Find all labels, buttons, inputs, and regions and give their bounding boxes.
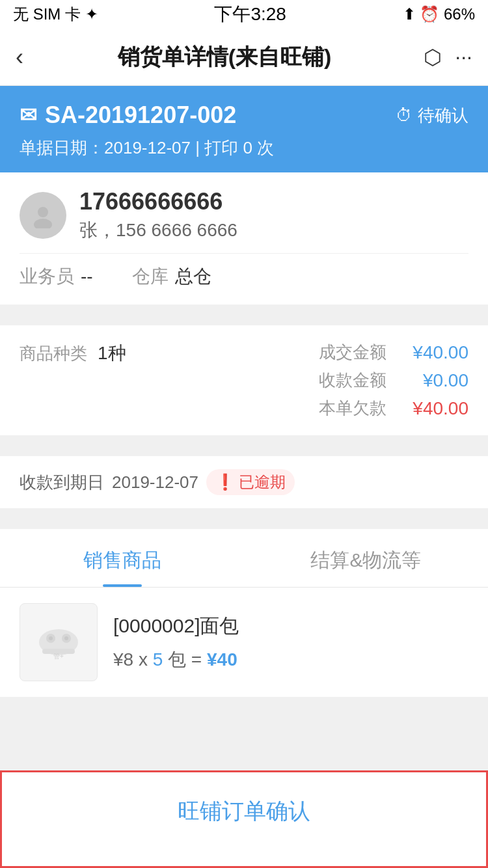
category-label: 商品种类 (20, 342, 87, 365)
divider-3 (0, 519, 488, 529)
price-qty: 5 (153, 649, 163, 670)
order-header-top: ✉ SA-20191207-002 ⏱ 待确认 (20, 102, 468, 129)
status-clock-icon: ⏱ (396, 105, 413, 126)
svg-point-6 (64, 636, 68, 640)
tab-settlement[interactable]: 结算&物流等 (244, 529, 488, 587)
tab-settlement-label: 结算&物流等 (310, 549, 421, 571)
tabs-header: 销售商品 结算&物流等 (0, 529, 488, 588)
summary-section: 商品种类 1种 成交金额 ¥40.00 收款金额 ¥0.00 本单欠款 ¥40.… (0, 325, 488, 435)
status-right: ⬆ ⏰ 66% (403, 5, 475, 23)
product-image: 管+ (20, 603, 98, 681)
confirm-button-wrapper: 旺铺订单确认 (0, 770, 488, 868)
svg-point-0 (38, 207, 48, 217)
divider-2 (0, 446, 488, 456)
svg-point-1 (34, 219, 52, 228)
order-date-label: 单据日期： (20, 138, 104, 157)
price-unit: ¥8 (113, 649, 133, 670)
amount-row: 成交金额 ¥40.00 (319, 341, 468, 364)
order-header: ✉ SA-20191207-002 ⏱ 待确认 单据日期：2019-12-07 … (0, 86, 488, 172)
received-value: ¥0.00 (423, 370, 468, 391)
more-icon[interactable]: ··· (455, 45, 472, 69)
debt-row: 本单欠款 ¥40.00 (319, 397, 468, 420)
due-date-section: 收款到期日 2019-12-07 ❗ 已逾期 (0, 456, 488, 508)
status-icons: ⬆ ⏰ 66% (403, 5, 475, 23)
product-price: ¥8 x 5 包 = ¥40 (113, 647, 468, 672)
overdue-badge: ❗ 已逾期 (206, 469, 295, 495)
staff-value: -- (81, 266, 93, 287)
status-text: 待确认 (418, 104, 468, 127)
nav-bar: ‹ 销货单详情(来自旺铺) ⬡ ··· (0, 29, 488, 86)
customer-section: 17666666666 张，156 6666 6666 业务员 -- 仓库 总仓 (0, 172, 488, 305)
order-icon: ✉ (20, 103, 37, 128)
debt-value: ¥40.00 (413, 398, 468, 419)
avatar (20, 192, 66, 239)
price-multiply: x (139, 649, 153, 670)
amount-value: ¥40.00 (413, 342, 468, 363)
category-value: 1种 (98, 341, 126, 366)
overdue-text: 已逾期 (239, 472, 286, 493)
warehouse-item: 仓库 总仓 (132, 264, 211, 289)
received-row: 收款金额 ¥0.00 (319, 369, 468, 392)
nav-actions: ⬡ ··· (394, 45, 472, 70)
order-status: ⏱ 待确认 (396, 104, 468, 127)
print-text: 打印 0 次 (204, 138, 274, 157)
product-item: 管+ [0000002]面包 ¥8 x 5 包 = ¥40 (0, 588, 488, 697)
divider-1 (0, 315, 488, 325)
product-title: 面包 (200, 615, 239, 636)
svg-point-5 (49, 636, 53, 640)
share-icon[interactable]: ⬡ (424, 45, 442, 70)
tab-sales-products-label: 销售商品 (83, 549, 161, 571)
status-bar: 无 SIM 卡 ✦ 下午3:28 ⬆ ⏰ 66% (0, 0, 488, 29)
confirm-order-button[interactable]: 旺铺订单确认 (21, 783, 467, 840)
status-left: 无 SIM 卡 ✦ (13, 4, 98, 25)
product-name: [0000002]面包 (113, 613, 468, 640)
order-date-value: 2019-12-07 (104, 138, 191, 157)
warehouse-label: 仓库 (132, 264, 169, 289)
summary-amounts: 成交金额 ¥40.00 收款金额 ¥0.00 本单欠款 ¥40.00 (319, 341, 468, 420)
staff-label: 业务员 (20, 264, 74, 289)
tab-sales-products[interactable]: 销售商品 (0, 529, 244, 587)
customer-meta: 业务员 -- 仓库 总仓 (20, 253, 468, 289)
price-total: ¥40 (207, 649, 237, 670)
status-time: 下午3:28 (214, 2, 286, 27)
summary-category: 商品种类 1种 (20, 341, 126, 366)
warehouse-value: 总仓 (175, 264, 211, 289)
svg-text:管+: 管+ (53, 653, 64, 660)
debt-label: 本单欠款 (319, 397, 386, 420)
staff-item: 业务员 -- (20, 264, 93, 289)
order-id: ✉ SA-20191207-002 (20, 102, 236, 129)
order-date-line: 单据日期：2019-12-07 | 打印 0 次 (20, 137, 468, 159)
back-button[interactable]: ‹ (16, 44, 55, 71)
price-equals: = (191, 649, 207, 670)
product-info: [0000002]面包 ¥8 x 5 包 = ¥40 (113, 613, 468, 672)
order-id-text: SA-20191207-002 (45, 102, 236, 129)
price-unit-label: 包 (168, 649, 186, 670)
sim-status: 无 SIM 卡 ✦ (13, 4, 98, 25)
customer-top: 17666666666 张，156 6666 6666 (20, 188, 468, 243)
product-code: [0000002] (113, 615, 200, 636)
customer-info: 17666666666 张，156 6666 6666 (79, 188, 237, 243)
page-title: 销货单详情(来自旺铺) (55, 42, 394, 72)
due-date-value: 2019-12-07 (112, 472, 198, 493)
customer-name: 张，156 6666 6666 (79, 218, 237, 243)
customer-phone: 17666666666 (79, 188, 237, 215)
received-label: 收款金额 (319, 369, 386, 392)
date-separator: | (195, 138, 204, 157)
overdue-icon: ❗ (215, 473, 235, 491)
amount-label: 成交金额 (319, 341, 386, 364)
due-date-label: 收款到期日 (20, 471, 104, 494)
tabs-section: 销售商品 结算&物流等 管+ [0000002]面包 ¥8 x (0, 529, 488, 697)
